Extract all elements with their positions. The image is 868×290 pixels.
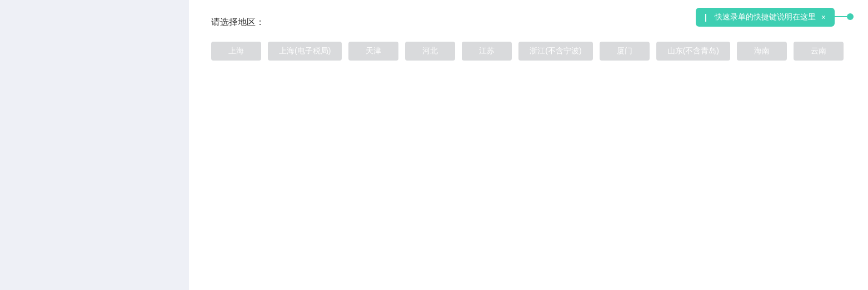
region-button[interactable]: 云南 (794, 42, 844, 61)
region-button[interactable]: 厦门 (600, 42, 650, 61)
dot-line (831, 16, 847, 17)
region-button[interactable]: 上海 (211, 42, 261, 61)
tooltip-close-button[interactable]: × (821, 13, 826, 22)
main-content: 请选择地区： 上海上海(电子税局)天津河北江苏浙江(不含宁波)厦门山东(不含青岛… (189, 0, 868, 290)
region-button[interactable]: 浙江(不含宁波) (518, 42, 592, 61)
region-buttons-container: 上海上海(电子税局)天津河北江苏浙江(不含宁波)厦门山东(不含青岛)海南云南 (211, 42, 846, 61)
tooltip-text: 快速录单的快捷键说明在这里 (715, 12, 816, 22)
region-button[interactable]: 天津 (348, 42, 398, 61)
dot-indicator (847, 13, 854, 20)
region-button[interactable]: 山东(不含青岛) (656, 42, 730, 61)
sidebar (0, 0, 189, 290)
region-button[interactable]: 河北 (405, 42, 455, 61)
region-button[interactable]: 海南 (737, 42, 787, 61)
tooltip-notification: 快速录单的快捷键说明在这里 × (696, 8, 835, 27)
region-button[interactable]: 江苏 (462, 42, 512, 61)
region-button[interactable]: 上海(电子税局) (268, 42, 342, 61)
